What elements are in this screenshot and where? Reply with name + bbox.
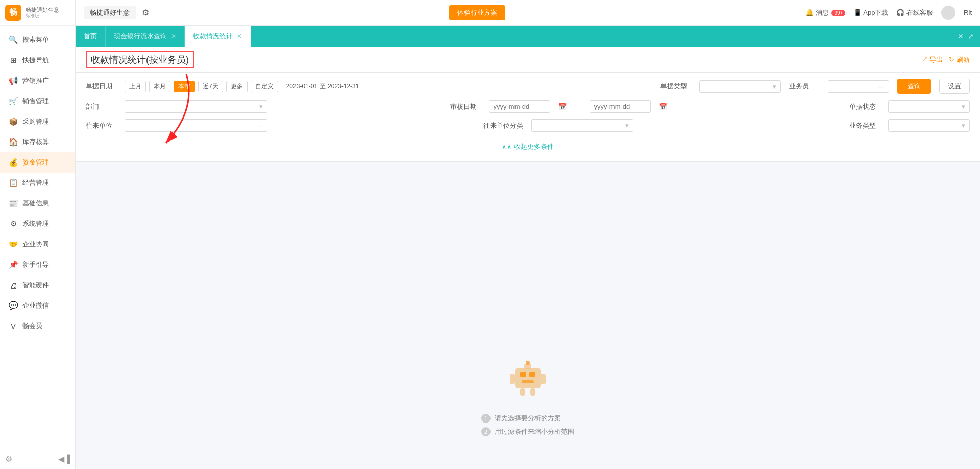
sidebar-item-system[interactable]: ⚙ 系统管理 — [0, 214, 75, 234]
svg-rect-1 — [520, 372, 526, 377]
date-end: 2023-12-31 — [328, 83, 359, 90]
query-button[interactable]: 查询 — [897, 79, 931, 94]
dept-arrow: ▾ — [259, 103, 263, 110]
chat-icon: 💬 — [8, 300, 18, 311]
tip-number-2: 2 — [481, 427, 491, 436]
biz-type-select[interactable]: ▾ — [888, 119, 970, 132]
refresh-button[interactable]: ↻ 刷新 — [949, 55, 970, 64]
sidebar-item-finance[interactable]: 💰 资金管理 — [0, 152, 75, 173]
date-separator: 至 — [320, 82, 326, 91]
date-range: 2023-01-01 至 2023-12-31 — [286, 82, 359, 91]
svg-rect-2 — [529, 372, 535, 377]
review-date-dash: — — [575, 103, 581, 110]
filter-row-partner: 往来单位 ··· 往来单位分类 ▾ 业务类型 ▾ — [86, 119, 970, 132]
avatar[interactable] — [941, 6, 955, 20]
sidebar-item-operation[interactable]: 📋 经营管理 — [0, 173, 75, 193]
sidebar-item-purchase[interactable]: 📦 采购管理 — [0, 111, 75, 132]
collapse-label: 收起更多条件 — [514, 142, 554, 151]
collapse-button[interactable]: ∧∧ 收起更多条件 — [86, 138, 970, 155]
bill-type-arrow: ▾ — [773, 83, 776, 90]
date-btn-this-year[interactable]: 本年 — [174, 81, 195, 92]
svg-rect-0 — [515, 368, 541, 388]
tab-expand-icon[interactable]: ⤢ — [968, 32, 974, 40]
megaphone-icon: 📢 — [8, 76, 18, 86]
page-wrapper: 收款情况统计(按业务员) ↗ 导出 ↻ 刷新 单据日期 上月 本月 本年 近7天… — [76, 47, 980, 469]
tab-collection-stats[interactable]: 收款情况统计 ✕ — [185, 26, 251, 47]
review-date-label: 审核日期 — [450, 102, 481, 111]
sidebar-item-sales[interactable]: 🛒 销售管理 — [0, 91, 75, 111]
tab-bank-flow-close[interactable]: ✕ — [171, 33, 176, 40]
date-btn-this-month[interactable]: 本月 — [149, 81, 170, 92]
salesperson-select[interactable]: ··· — [828, 80, 889, 93]
trial-button[interactable]: 体验行业方案 — [449, 5, 505, 20]
page-title: 收款情况统计(按业务员) — [86, 51, 194, 68]
notification-badge: 99+ — [831, 10, 845, 16]
sidebar-item-smart-hw[interactable]: 🖨 智能硬件 — [0, 275, 75, 295]
tab-home[interactable]: 首页 — [76, 26, 106, 47]
tab-home-label: 首页 — [84, 32, 97, 41]
logo-icon: 畅 — [5, 5, 21, 21]
settings-button[interactable]: 设置 — [939, 79, 970, 94]
date-btn-custom[interactable]: 自定义 — [251, 81, 278, 92]
svg-rect-3 — [522, 380, 534, 383]
partner-select[interactable]: ··· — [125, 119, 267, 132]
date-btn-7days[interactable]: 近7天 — [198, 81, 223, 92]
home-icon: 🏠 — [8, 137, 18, 147]
filter-row-dept: 部门 ▾ 审核日期 📅 — 📅 单据状态 — [86, 100, 970, 113]
sidebar-item-inventory[interactable]: 🏠 库存核算 — [0, 132, 75, 152]
online-service[interactable]: 🎧 在线客服 — [896, 8, 933, 17]
svg-point-5 — [526, 361, 530, 365]
tip-text-1: 请先选择要分析的方案 — [495, 412, 561, 425]
app-download[interactable]: 📱 App下载 — [853, 8, 888, 17]
review-date-start-input[interactable] — [489, 100, 550, 113]
page-title-actions: ↗ 导出 ↻ 刷新 — [921, 55, 970, 64]
sidebar-item-search[interactable]: 🔍 搜索菜单 — [0, 30, 75, 50]
bill-type-select[interactable]: ▾ — [699, 80, 781, 93]
filter-row-date: 单据日期 上月 本月 本年 近7天 更多 自定义 2023-01-01 至 20… — [86, 79, 970, 94]
logo-line1: 畅捷通好生意 — [26, 6, 59, 13]
tab-collection-stats-close[interactable]: ✕ — [237, 33, 242, 40]
sidebar-item-basic-info[interactable]: 📰 基础信息 — [0, 193, 75, 214]
biz-type-label: 业务类型 — [849, 121, 880, 130]
tab-bank-flow-label: 现金银行流水查询 — [114, 32, 167, 41]
empty-tips: 1 请先选择要分析的方案 2 用过滤条件来缩小分析范围 — [481, 412, 574, 438]
review-date-end-input[interactable] — [590, 100, 651, 113]
sidebar-item-corp-coop[interactable]: 🤝 企业协同 — [0, 234, 75, 254]
sidebar-item-member[interactable]: V 畅会员 — [0, 316, 75, 336]
export-button[interactable]: ↗ 导出 — [921, 55, 943, 64]
notification-label: 消息 — [816, 9, 829, 16]
sidebar-item-marketing[interactable]: 📢 营销推广 — [0, 71, 75, 91]
tab-bank-flow[interactable]: 现金银行流水查询 ✕ — [106, 26, 185, 47]
sidebar-collapse-icon[interactable]: ◀▐ — [58, 454, 70, 464]
sidebar-item-quick-nav[interactable]: ⊞ 快捷导航 — [0, 50, 75, 71]
tab-collection-stats-label: 收款情况统计 — [193, 32, 233, 41]
tip-number-1: 1 — [481, 414, 491, 423]
sidebar: 畅 畅捷通好生意 标准版 🔍 搜索菜单 ⊞ 快捷导航 📢 营销推广 🛒 销售管理… — [0, 0, 76, 469]
collapse-icon: ∧∧ — [502, 143, 512, 151]
dept-select[interactable]: ▾ — [125, 100, 267, 113]
printer-icon: 🖨 — [8, 280, 18, 290]
tab-bar-right: ✕ ⤢ — [951, 26, 980, 47]
gear-icon: ⚙ — [8, 219, 18, 229]
sidebar-item-corp-wechat[interactable]: 💬 企业微信 — [0, 295, 75, 316]
empty-illustration: 1 请先选择要分析的方案 2 用过滤条件来缩小分析范围 — [481, 353, 574, 438]
partner-category-select[interactable]: ▾ — [531, 119, 633, 132]
header-right: 🔔 消息 99+ 📱 App下载 🎧 在线客服 Rit — [805, 6, 972, 20]
date-btn-last-month[interactable]: 上月 — [125, 81, 146, 92]
salesperson-label: 业务员 — [789, 82, 820, 91]
tab-close-all-icon[interactable]: ✕ — [958, 32, 964, 40]
top-header: 畅捷通好生意 ⚙ 体验行业方案 🔔 消息 99+ 📱 App下载 🎧 在线客服 … — [76, 0, 980, 26]
bill-status-select[interactable]: ▾ — [888, 100, 970, 113]
empty-tip-1: 1 请先选择要分析的方案 — [481, 412, 574, 425]
settings-icon[interactable]: ⚙ — [142, 8, 149, 17]
page-title-bar: 收款情况统计(按业务员) ↗ 导出 ↻ 刷新 — [76, 47, 980, 73]
sidebar-settings-icon[interactable]: ⚙ — [5, 454, 12, 464]
breadcrumb: 畅捷通好生意 — [84, 6, 136, 19]
grid-icon: ⊞ — [8, 55, 18, 65]
date-btn-more[interactable]: 更多 — [226, 81, 248, 92]
bill-status-arrow: ▾ — [962, 103, 965, 110]
empty-tip-2: 2 用过滤条件来缩小分析范围 — [481, 425, 574, 438]
notification-area[interactable]: 🔔 消息 99+ — [805, 8, 845, 17]
sidebar-item-guide[interactable]: 📌 新手引导 — [0, 254, 75, 275]
tab-bar: 首页 现金银行流水查询 ✕ 收款情况统计 ✕ ✕ ⤢ — [76, 26, 980, 47]
